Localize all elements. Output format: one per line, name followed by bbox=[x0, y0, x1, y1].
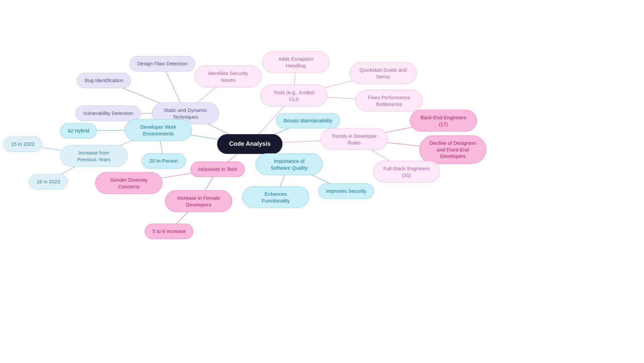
female-dev-node[interactable]: Increase in Female Developers bbox=[165, 190, 232, 212]
gender-div-node[interactable]: Gender Diversity Concerns bbox=[95, 172, 162, 194]
trends-dev-node[interactable]: Trends in Developer Roles bbox=[321, 128, 388, 150]
bug-id-node[interactable]: Bug Identification bbox=[77, 73, 131, 88]
center-node[interactable]: Code Analysis bbox=[217, 134, 282, 154]
20-inperson-node[interactable]: 20 In-Person bbox=[142, 153, 186, 169]
42-hybrid-node[interactable]: 42 Hybrid bbox=[60, 123, 97, 138]
adds-exception-node[interactable]: Adds Exception Handling bbox=[262, 51, 329, 73]
dev-work-node[interactable]: Developer Work Environments bbox=[125, 119, 192, 141]
16-2023-node[interactable]: 16 in 2023 bbox=[29, 174, 68, 189]
fullstack-eng-node[interactable]: Full-Stack Engineers (31) bbox=[373, 161, 440, 183]
vuln-detect-node[interactable]: Vulnerability Detection bbox=[75, 106, 141, 121]
inclusivity-node[interactable]: Inclusivity in Tech bbox=[191, 162, 245, 177]
backend-eng-node[interactable]: Back-End Engineers (17) bbox=[410, 110, 477, 132]
15-2022-node[interactable]: 15 in 2022 bbox=[3, 136, 42, 152]
importance-sq-node[interactable]: Importance of Software Quality bbox=[256, 154, 323, 175]
tools-node[interactable]: Tools (e.g., Kodezi CLI) bbox=[260, 85, 327, 107]
design-flaw-node[interactable]: Design Flaw Detection bbox=[129, 56, 195, 71]
increase-prev-node[interactable]: Increase from Previous Years bbox=[60, 145, 127, 167]
boosts-main-node[interactable]: Boosts Maintainability bbox=[276, 113, 340, 128]
enhances-func-node[interactable]: Enhances Functionality bbox=[242, 186, 309, 208]
fixes-perf-node[interactable]: Fixes Performance Bottlenecks bbox=[356, 90, 423, 112]
5to6-node[interactable]: 5 to 6 Increase bbox=[145, 224, 193, 239]
identifies-security-node[interactable]: Identifies Security Issues bbox=[195, 66, 262, 87]
mindmap-canvas: Code AnalysisDesign Flaw DetectionBug Id… bbox=[0, 0, 644, 363]
improves-sec-node[interactable]: Improves Security bbox=[318, 183, 374, 199]
decline-des-node[interactable]: Decline of Designers and Front-End Devel… bbox=[419, 135, 486, 164]
quickstart-node[interactable]: Quickstart Guide and Demo bbox=[350, 62, 417, 84]
